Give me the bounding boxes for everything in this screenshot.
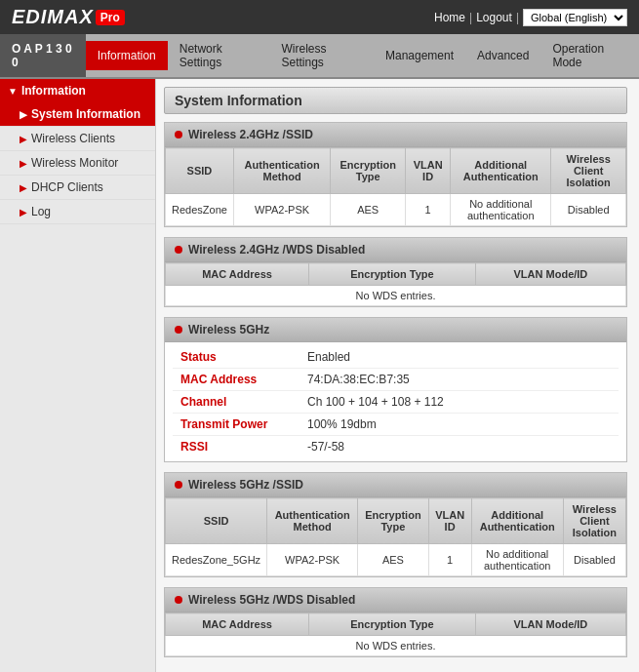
- info-row-status: Status Enabled: [173, 346, 619, 369]
- col-auth-method-5g: Authentication Method: [267, 498, 358, 544]
- cell-iso-5g: Disabled: [563, 544, 625, 576]
- col-vlan-id-5g: VLAN ID: [428, 498, 471, 544]
- logout-link[interactable]: Logout: [476, 11, 512, 24]
- section-wireless-24-ssid: Wireless 2.4GHz /SSID SSID Authenticatio…: [164, 122, 627, 227]
- red-dot-icon-3: [175, 326, 182, 334]
- section-wireless-24-wds: Wireless 2.4GHz /WDS Disabled MAC Addres…: [164, 237, 627, 307]
- cell-vlan-1: 1: [406, 194, 451, 226]
- cell-vlan-5g: 1: [428, 544, 471, 576]
- sidebar-label-wireless-monitor: Wireless Monitor: [31, 156, 118, 170]
- info-row-mac: MAC Address 74:DA:38:EC:B7:35: [173, 369, 619, 391]
- col-enc-type-5g: Encryption Type: [358, 498, 428, 544]
- col-enc-type-1: Encryption Type: [331, 148, 406, 194]
- info-label-txpower: Transmit Power: [173, 414, 300, 435]
- nav-item-management[interactable]: Management: [374, 41, 465, 70]
- sidebar-item-system-information[interactable]: ▶ System Information: [0, 102, 155, 127]
- col-add-auth-1: Additional Authentication: [451, 148, 551, 194]
- sidebar-section-label: Information: [21, 84, 86, 98]
- section-label-wireless-5ghz: Wireless 5GHz: [188, 323, 269, 336]
- cell-enc-5g: AES: [358, 544, 428, 576]
- section-title-wireless-5ghz-wds: Wireless 5GHz /WDS Disabled: [165, 588, 626, 613]
- nav-item-information[interactable]: Information: [86, 41, 168, 70]
- sidebar-label-system-information: System Information: [31, 107, 140, 121]
- red-dot-icon: [175, 131, 182, 138]
- col-vlan-mode-5g: VLAN Mode/ID: [475, 613, 625, 636]
- nav-item-network-settings[interactable]: Network Settings: [168, 34, 270, 77]
- section-title-wireless-24-ssid: Wireless 2.4GHz /SSID: [165, 123, 626, 147]
- cell-iso-1: Disabled: [551, 194, 626, 226]
- col-enc-type-wds5g: Encryption Type: [309, 613, 476, 636]
- no-wds-entries-1: No WDS entries.: [166, 286, 626, 306]
- sidebar-arrow-wireless-monitor: ▶: [20, 158, 27, 169]
- info-label-channel: Channel: [173, 391, 300, 413]
- sidebar-section-information: ▼ Information: [0, 79, 155, 102]
- info-value-status: Enabled: [300, 346, 358, 368]
- table-row: RedesZone WPA2-PSK AES 1 No additional a…: [166, 194, 626, 226]
- info-value-channel: Ch 100 + 104 + 108 + 112: [300, 391, 452, 413]
- nav-item-wireless-settings[interactable]: Wireless Settings: [269, 34, 374, 77]
- sidebar-section-arrow: ▼: [8, 86, 18, 97]
- col-add-auth-5g: Additional Authentication: [471, 498, 563, 544]
- col-ssid-1: SSID: [166, 148, 234, 194]
- device-label: O A P 1 3 0 0: [0, 34, 86, 77]
- table-row-5g: RedesZone_5GHz WPA2-PSK AES 1 No additio…: [166, 544, 626, 576]
- table-row-no-entries-5g: No WDS entries.: [166, 636, 626, 656]
- col-vlan-mode-1: VLAN Mode/ID: [475, 263, 625, 286]
- section-title-wireless-5ghz-ssid: Wireless 5GHz /SSID: [165, 473, 626, 497]
- cell-enc-1: AES: [331, 194, 406, 226]
- sidebar-arrow-log: ▶: [20, 207, 27, 217]
- cell-addauth-5g: No additional authentication: [471, 544, 563, 576]
- table-wireless-24-ssid: SSID Authentication Method Encryption Ty…: [165, 147, 626, 226]
- sidebar-label-log: Log: [31, 205, 51, 218]
- language-select[interactable]: Global (English): [523, 9, 627, 26]
- red-dot-icon-4: [175, 481, 182, 489]
- col-mac-5g: MAC Address: [166, 613, 309, 636]
- sidebar-item-log[interactable]: ▶ Log: [0, 200, 155, 224]
- header: EDIMAX Pro Home | Logout | Global (Engli…: [0, 0, 639, 34]
- cell-auth-5g: WPA2-PSK: [267, 544, 358, 576]
- section-wireless-5ghz-ssid: Wireless 5GHz /SSID SSID Authentication …: [164, 472, 627, 577]
- header-right: Home | Logout | Global (English): [434, 9, 627, 26]
- section-title-wireless-5ghz: Wireless 5GHz: [165, 318, 626, 342]
- main-layout: ▼ Information ▶ System Information ▶ Wir…: [0, 79, 639, 672]
- content-inner: System Information Wireless 2.4GHz /SSID…: [164, 87, 631, 657]
- section-label-wireless-5ghz-ssid: Wireless 5GHz /SSID: [188, 478, 303, 492]
- info-label-status: Status: [173, 346, 300, 368]
- sidebar-item-dhcp-clients[interactable]: ▶ DHCP Clients: [0, 176, 155, 200]
- cell-ssid-1: RedesZone: [166, 194, 234, 226]
- section-label-wireless-24-wds: Wireless 2.4GHz /WDS Disabled: [188, 243, 365, 257]
- col-enc-type-wds1: Encryption Type: [309, 263, 476, 286]
- info-value-rssi: -57/-58: [300, 436, 352, 457]
- red-dot-icon-5: [175, 596, 182, 604]
- info-value-mac: 74:DA:38:EC:B7:35: [300, 369, 418, 390]
- nav-item-operation-mode[interactable]: Operation Mode: [540, 34, 639, 77]
- sidebar-label-dhcp-clients: DHCP Clients: [31, 180, 103, 194]
- info-label-rssi: RSSI: [173, 436, 300, 457]
- col-ssid-5g: SSID: [166, 498, 267, 544]
- col-client-iso-5g: Wireless Client Isolation: [563, 498, 625, 544]
- section-wireless-5ghz-wds: Wireless 5GHz /WDS Disabled MAC Address …: [164, 587, 627, 657]
- section-label-wireless-24-ssid: Wireless 2.4GHz /SSID: [188, 128, 313, 141]
- cell-auth-1: WPA2-PSK: [233, 194, 330, 226]
- table-wireless-5ghz-ssid: SSID Authentication Method Encryption Ty…: [165, 497, 626, 576]
- sidebar-label-wireless-clients: Wireless Clients: [31, 132, 115, 145]
- home-link[interactable]: Home: [434, 11, 465, 24]
- info-row-rssi: RSSI -57/-58: [173, 436, 619, 457]
- sidebar-item-wireless-monitor[interactable]: ▶ Wireless Monitor: [0, 151, 155, 176]
- logo: EDIMAX Pro: [12, 6, 125, 28]
- sidebar-arrow-wireless-clients: ▶: [20, 134, 27, 144]
- page-title: System Information: [164, 87, 627, 114]
- info-label-mac: MAC Address: [173, 369, 300, 390]
- info-value-txpower: 100% 19dbm: [300, 414, 384, 435]
- no-wds-entries-5g: No WDS entries.: [166, 636, 626, 656]
- content-area: System Information Wireless 2.4GHz /SSID…: [156, 79, 639, 672]
- logo-pro: Pro: [96, 10, 125, 25]
- sidebar-item-wireless-clients[interactable]: ▶ Wireless Clients: [0, 127, 155, 151]
- nav-item-advanced[interactable]: Advanced: [465, 41, 540, 70]
- section-wireless-5ghz: Wireless 5GHz Status Enabled MAC Address…: [164, 317, 627, 462]
- sidebar-arrow-system: ▶: [20, 109, 27, 120]
- section-title-wireless-24-wds: Wireless 2.4GHz /WDS Disabled: [165, 238, 626, 262]
- table-row-no-entries-1: No WDS entries.: [166, 286, 626, 306]
- col-auth-method-1: Authentication Method: [233, 148, 330, 194]
- logo-text: EDIMAX: [12, 6, 94, 28]
